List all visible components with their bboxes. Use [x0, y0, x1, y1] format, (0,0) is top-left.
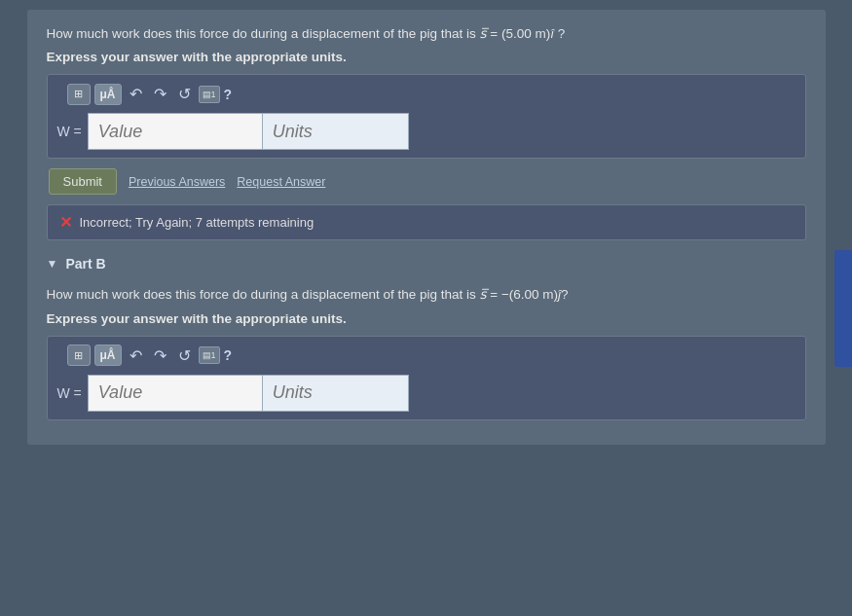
partA-previous-button[interactable]: Previous Answers	[129, 175, 225, 189]
partA-input-row: W =	[57, 113, 796, 150]
matrix-button[interactable]: ⊞	[67, 84, 91, 105]
partA-error-box: ✕ Incorrect; Try Again; 7 attempts remai…	[47, 204, 806, 240]
partB-refresh-button[interactable]: ↺	[174, 344, 195, 367]
partB-kbd-icon: ▤ 1	[199, 346, 220, 364]
partA-error-text: Incorrect; Try Again; 7 attempts remaini…	[80, 215, 315, 230]
partB-redo-icon: ↷	[154, 346, 167, 365]
error-icon: ✕	[59, 213, 72, 232]
partA-w-label: W =	[57, 124, 82, 139]
help-button[interactable]: ?	[224, 87, 233, 102]
partB-value-input[interactable]	[88, 375, 263, 412]
refresh-icon: ↺	[178, 85, 191, 103]
partB-redo-button[interactable]: ↷	[150, 344, 170, 367]
partB-matrix-button[interactable]: ⊞	[67, 344, 91, 366]
partA-question: How much work does this force do during …	[47, 24, 806, 44]
kbd-icon: ▤ 1	[199, 86, 220, 103]
partA-express: Express your answer with the appropriate…	[47, 50, 806, 64]
partA-answer-box: ⊞ μÅ ↶ ↷ ↺ ▤ 1 ? W =	[47, 74, 806, 159]
partA-value-input[interactable]	[88, 113, 263, 150]
partB-undo-icon: ↶	[130, 346, 142, 365]
partB-header: ▼ Part B	[47, 256, 806, 272]
refresh-button[interactable]: ↺	[174, 83, 195, 105]
partB-greek-label: μÅ	[100, 348, 116, 362]
partB-label: Part B	[65, 256, 105, 272]
partB-help-icon: ?	[224, 347, 233, 363]
partB-greek-button[interactable]: μÅ	[94, 344, 122, 366]
partB-answer-box: ⊞ μÅ ↶ ↷ ↺ ▤ 1 ? W =	[47, 336, 806, 420]
greek-label: μÅ	[100, 88, 116, 101]
redo-button[interactable]: ↷	[150, 83, 170, 105]
partB-input-row: W =	[57, 375, 796, 412]
greek-button[interactable]: μÅ	[94, 84, 122, 105]
partB-w-label: W =	[57, 385, 82, 401]
partA-toolbar: ⊞ μÅ ↶ ↷ ↺ ▤ 1 ?	[57, 83, 796, 105]
partB-matrix-icon: ⊞	[74, 349, 83, 362]
matrix-icon: ⊞	[74, 88, 83, 100]
partA-submit-button[interactable]: Submit	[49, 168, 117, 195]
main-container: How much work does this force do during …	[27, 10, 826, 445]
undo-button[interactable]: ↶	[126, 83, 146, 105]
partB-toolbar: ⊞ μÅ ↶ ↷ ↺ ▤ 1 ?	[57, 344, 796, 367]
collapse-icon[interactable]: ▼	[47, 257, 58, 271]
partB-undo-button[interactable]: ↶	[126, 344, 146, 367]
help-icon: ?	[224, 87, 233, 102]
undo-icon: ↶	[130, 85, 142, 103]
partA-request-button[interactable]: Request Answer	[237, 175, 325, 189]
partA-action-row: Submit Previous Answers Request Answer	[47, 168, 806, 195]
partA-units-input[interactable]	[263, 113, 409, 150]
redo-icon: ↷	[154, 85, 167, 103]
partB-question: How much work does this force do during …	[47, 285, 806, 305]
partB-help-button[interactable]: ?	[224, 347, 233, 363]
partB-units-input[interactable]	[263, 375, 409, 412]
partB-refresh-icon: ↺	[178, 346, 191, 365]
blue-sidebar	[834, 250, 852, 367]
partB-express: Express your answer with the appropriate…	[47, 311, 806, 326]
